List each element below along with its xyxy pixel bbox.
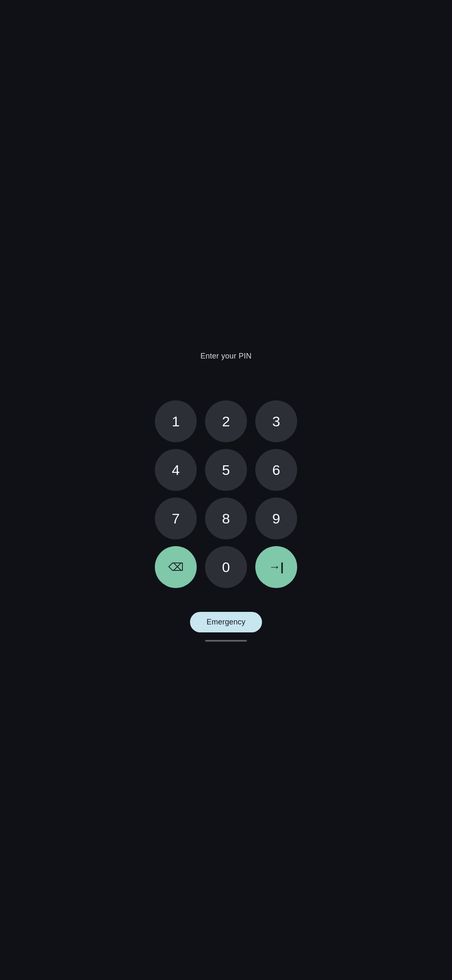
keypad-row-2: 4 5 6 [155, 449, 297, 491]
delete-icon: ⌫ [168, 561, 184, 574]
confirm-button[interactable]: →| [255, 546, 297, 588]
key-9[interactable]: 9 [255, 498, 297, 539]
key-4[interactable]: 4 [155, 449, 197, 491]
key-1[interactable]: 1 [155, 400, 197, 442]
emergency-button[interactable]: Emergency [190, 612, 262, 632]
top-section: Enter your PIN [159, 348, 293, 377]
keypad: 1 2 3 4 5 6 7 8 9 ⌫ 0 →| [159, 400, 293, 588]
key-8[interactable]: 8 [205, 498, 247, 539]
key-3[interactable]: 3 [255, 400, 297, 442]
pin-prompt: Enter your PIN [200, 352, 252, 361]
key-0[interactable]: 0 [205, 546, 247, 588]
keypad-row-3: 7 8 9 [155, 498, 297, 539]
home-indicator [205, 640, 247, 642]
key-7[interactable]: 7 [155, 498, 197, 539]
phone-screen: Enter your PIN 1 2 3 4 5 6 7 8 9 ⌫ 0 →| [151, 327, 301, 653]
key-6[interactable]: 6 [255, 449, 297, 491]
delete-button[interactable]: ⌫ [155, 546, 197, 588]
keypad-row-1: 1 2 3 [155, 400, 297, 442]
key-2[interactable]: 2 [205, 400, 247, 442]
confirm-icon: →| [269, 560, 284, 574]
bottom-section: Emergency [159, 612, 293, 642]
keypad-row-4: ⌫ 0 →| [155, 546, 297, 588]
key-5[interactable]: 5 [205, 449, 247, 491]
